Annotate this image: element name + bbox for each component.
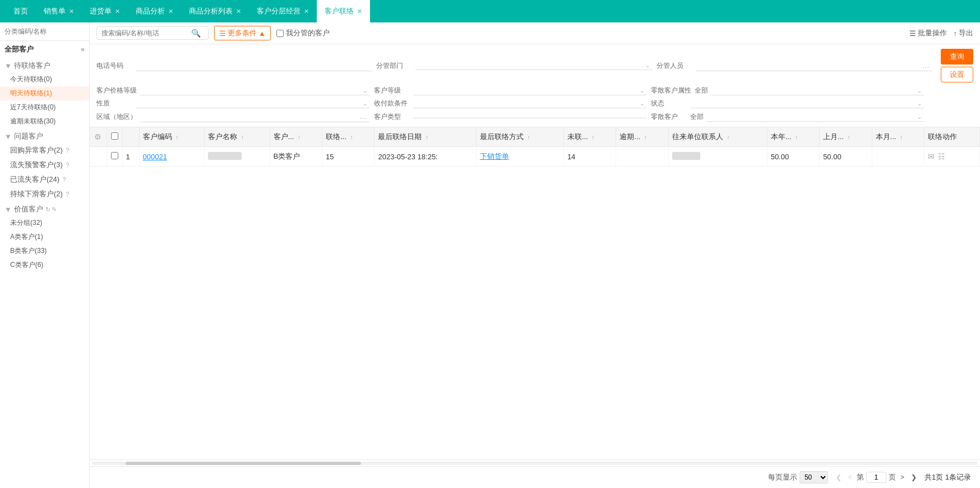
sort-icon-this-month[interactable]: ↕: [900, 134, 903, 140]
batch-op-btn[interactable]: ☰ 批量操作: [909, 28, 947, 38]
nav-item-customer-tier[interactable]: 客户分层经营 ✕: [249, 0, 317, 22]
sidebar-item-today[interactable]: 今天待联络(0): [0, 72, 89, 86]
next-page-btn[interactable]: >: [898, 472, 907, 482]
scroll-thumb[interactable]: [126, 462, 361, 465]
th-contact[interactable]: 联络... ↕: [322, 127, 375, 147]
sort-icon-type[interactable]: ↕: [298, 134, 301, 140]
sidebar-item-b-class[interactable]: B类客户(33): [0, 244, 89, 258]
sidebar-item-declining[interactable]: 持续下滑客户(2) ?: [0, 187, 89, 201]
refresh-icon[interactable]: ↻: [45, 206, 50, 213]
sort-icon-overdue[interactable]: ↕: [644, 134, 647, 140]
filter-manager-select[interactable]: ...: [696, 61, 932, 71]
my-customers-checkbox[interactable]: [276, 30, 284, 37]
sort-icon-contact[interactable]: ↕: [350, 134, 353, 140]
nav-close-analysis[interactable]: ✕: [168, 8, 173, 15]
nav-close-analysis-list[interactable]: ✕: [236, 8, 241, 15]
nav-close-customer-tier[interactable]: ✕: [304, 8, 309, 15]
th-overdue[interactable]: 逾期... ↕: [616, 127, 668, 147]
th-customer-name[interactable]: 客户名称 ↕: [205, 127, 270, 147]
nav-item-analysis[interactable]: 商品分析 ✕: [128, 0, 181, 22]
nav-close-sales[interactable]: ✕: [69, 8, 74, 15]
sidebar-item-tomorrow[interactable]: 明天待联络(1): [0, 86, 89, 100]
filter-retail-select[interactable]: ⌄: [706, 113, 924, 122]
sort-icon-code[interactable]: ↕: [175, 134, 178, 140]
filter-phone-input[interactable]: [136, 61, 372, 71]
nav-item-purchase[interactable]: 进货单 ✕: [82, 0, 128, 22]
filter-region-select[interactable]: ...: [140, 112, 369, 122]
filter-nature-select[interactable]: ⌄: [136, 99, 369, 108]
footer: 每页显示 50 100 ❮ < 第 页 > ❯ 共1页 1条记录: [90, 466, 980, 488]
sort-icon-name[interactable]: ↕: [241, 134, 244, 140]
sort-icon-no-contact[interactable]: ↕: [591, 134, 594, 140]
action-phone-icon[interactable]: ✉: [928, 152, 935, 161]
action-icons: ✉ ☷: [928, 152, 976, 161]
sidebar-item-churn-warning[interactable]: 流失预警客户(3) ?: [0, 158, 89, 172]
sidebar-item-7days[interactable]: 近7天待联络(0): [0, 100, 89, 114]
first-page-btn[interactable]: ❮: [834, 472, 844, 482]
th-this-year[interactable]: 本年... ↕: [767, 127, 819, 147]
filter-customer-type-select[interactable]: [413, 116, 647, 118]
my-customers-toggle[interactable]: 我分管的客户: [276, 28, 330, 38]
sidebar-item-repurchase-abnormal[interactable]: 回购异常客户(2) ?: [0, 143, 89, 158]
edit-icon-sidebar[interactable]: ✎: [52, 206, 57, 213]
export-icon: ↑: [954, 29, 958, 38]
th-last-month[interactable]: 上月... ↕: [820, 127, 872, 147]
sort-icon-date[interactable]: ↕: [426, 134, 428, 140]
sidebar-item-ungrouped[interactable]: 未分组(32): [0, 216, 89, 230]
prev-page-btn[interactable]: <: [846, 472, 854, 482]
th-this-month[interactable]: 本月... ↕: [872, 127, 924, 147]
nav-close-purchase[interactable]: ✕: [115, 8, 120, 15]
search-input[interactable]: [101, 29, 191, 37]
th-customer-code[interactable]: 客户编码 ↕: [139, 127, 205, 147]
row-checkbox[interactable]: [111, 152, 118, 159]
th-last-date[interactable]: 最后联络日期 ↕: [375, 127, 476, 147]
export-btn[interactable]: ↑ 导出: [954, 28, 974, 38]
nav-home[interactable]: 首页: [6, 0, 36, 22]
filter-customer-level-select[interactable]: ⌄: [413, 86, 647, 95]
filter-payment-select[interactable]: ⌄: [413, 99, 647, 108]
last-page-btn[interactable]: ❯: [909, 472, 919, 482]
search-icon[interactable]: 🔍: [191, 29, 201, 38]
filter-dept-select[interactable]: ⌄: [415, 61, 651, 70]
filter-price-level-select[interactable]: ⌄: [140, 86, 369, 95]
last-method-link[interactable]: 下销货单: [480, 152, 509, 160]
settings-icon[interactable]: ⚙: [94, 132, 101, 141]
th-contacts-person[interactable]: 往来单位联系人 ↕: [668, 127, 767, 147]
filter-retail-attr-select[interactable]: ⌄: [710, 86, 924, 95]
sort-icon-contacts[interactable]: ↕: [727, 134, 729, 140]
filter-row-1: 电话号码 分管部门 ⌄ 分管人员 ...: [96, 49, 973, 82]
sort-icon-year[interactable]: ↕: [795, 134, 798, 140]
th-no-contact[interactable]: 未联... ↕: [563, 127, 616, 147]
sidebar-search-input[interactable]: [4, 27, 89, 35]
td-customer-code[interactable]: 000021: [139, 147, 205, 167]
customer-table: ⚙ 客户编码 ↕ 客户名称 ↕: [90, 127, 980, 167]
settings-button[interactable]: 设置: [941, 67, 973, 82]
per-page-select[interactable]: 50 100: [799, 471, 828, 484]
sidebar-item-churned[interactable]: 已流失客户(24) ?: [0, 172, 89, 187]
sidebar-item-overdue[interactable]: 逾期未联络(30): [0, 114, 89, 128]
nav-item-sales[interactable]: 销售单 ✕: [36, 0, 82, 22]
sidebar-group-pending[interactable]: ▼ 待联络客户: [0, 58, 89, 72]
sidebar-all-customers[interactable]: 全部客户 «: [0, 41, 89, 58]
page-input[interactable]: [866, 472, 886, 483]
th-last-method[interactable]: 最后联络方式 ↕: [476, 127, 563, 147]
nav-item-analysis-list[interactable]: 商品分析列表 ✕: [181, 0, 249, 22]
nav-item-customer-contact[interactable]: 客户联络 ✕: [317, 0, 370, 22]
nav-close-customer-contact[interactable]: ✕: [357, 8, 362, 15]
th-customer-type[interactable]: 客户... ↕: [270, 127, 322, 147]
sidebar-group-value[interactable]: ▼ 价值客户 ↻ ✎: [0, 201, 89, 216]
sidebar-item-c-class[interactable]: C类客户(6): [0, 258, 89, 272]
customer-code-link[interactable]: 000021: [143, 153, 167, 161]
sort-icon-method[interactable]: ↕: [527, 134, 530, 140]
sort-icon-last-month[interactable]: ↕: [848, 134, 850, 140]
sidebar-group-problem[interactable]: ▼ 问题客户: [0, 128, 89, 143]
more-conditions-btn[interactable]: ☰ 更多条件 ▲: [214, 26, 271, 40]
filter-status-select[interactable]: ⌄: [690, 99, 924, 108]
td-checkbox: [107, 147, 122, 167]
sidebar-item-a-class[interactable]: A类客户(1): [0, 230, 89, 244]
action-grid-icon[interactable]: ☷: [938, 152, 945, 161]
query-button[interactable]: 查询: [941, 49, 973, 65]
select-all-checkbox[interactable]: [111, 132, 118, 140]
sidebar-all-label: 全部客户: [4, 44, 34, 54]
page-suffix: 页: [889, 472, 896, 482]
